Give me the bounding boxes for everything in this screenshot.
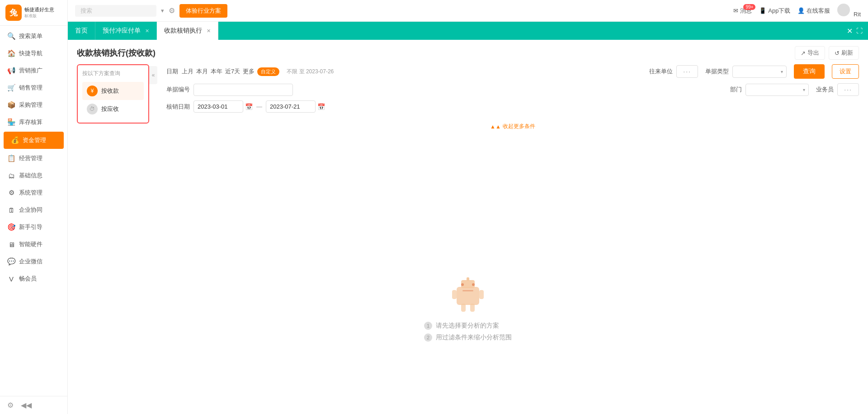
tab-receipt-close-icon[interactable]: ✕: [207, 28, 211, 34]
sidebar-item-智能硬件[interactable]: 🖥智能硬件: [0, 236, 67, 253]
service-icon: 👤: [797, 7, 805, 14]
svg-point-3: [461, 283, 464, 286]
empty-state: 1 请先选择要分析的方案 2 用过滤条件来缩小分析范围: [68, 226, 868, 414]
settings-icon[interactable]: ⚙: [7, 401, 14, 409]
staff-label: 业务员: [816, 86, 834, 94]
sidebar-item-销售管理[interactable]: 🛒销售管理: [0, 79, 67, 96]
tab-receipt-label: 收款核销执行: [164, 27, 202, 35]
sidebar-logo: 兔 畅捷通好生意 标准版: [0, 0, 67, 26]
sidebar-item-企业协同[interactable]: 🗓企业协同: [0, 201, 67, 219]
sidebar-item-经营管理[interactable]: 📋经营管理: [0, 150, 67, 167]
message-icon: ✉: [733, 7, 738, 14]
user-info[interactable]: Rit: [837, 4, 861, 18]
sidebar-item-资金管理[interactable]: 💰资金管理: [4, 132, 64, 149]
nav-icon-7: 📋: [7, 154, 15, 162]
export-icon: ↗: [801, 50, 806, 57]
tab-expand-icon[interactable]: ⛶: [856, 27, 863, 34]
tab-close-all-icon[interactable]: ✕: [847, 27, 853, 35]
sidebar-item-库存核算[interactable]: 🏪库存核算: [0, 114, 67, 131]
app-download-icon: 📱: [759, 7, 766, 14]
receivable-icon: ⏱: [87, 104, 98, 114]
sidebar-nav: 🔍搜索菜单🏠快捷导航📢营销推广🛒销售管理📦采购管理🏪库存核算💰资金管理📋经营管理…: [0, 26, 67, 396]
sidebar-item-搜索菜单[interactable]: 🔍搜索菜单: [0, 28, 67, 45]
svg-rect-5: [462, 290, 473, 291]
main-area: 搜索 ▾ ⚙ 体验行业方案 ✉ 消息 99+ 📱 App下载 👤 在线客服 Ri…: [68, 0, 868, 414]
calendar-end-icon[interactable]: 📅: [317, 103, 325, 110]
doc-type-select[interactable]: [732, 66, 787, 78]
verify-date-end-input[interactable]: [266, 100, 316, 113]
tab-receipt-verify[interactable]: 收款核销执行 ✕: [157, 22, 218, 40]
sidebar-item-营销推广[interactable]: 📢营销推广: [0, 62, 67, 79]
staff-input[interactable]: ···: [837, 83, 859, 96]
dept-label: 部门: [730, 86, 742, 94]
topbar-chevron-icon[interactable]: ▾: [161, 7, 164, 14]
sidebar-item-快捷导航[interactable]: 🏠快捷导航: [0, 45, 67, 62]
empty-tips: 1 请先选择要分析的方案 2 用过滤条件来缩小分析范围: [424, 322, 512, 342]
sidebar-item-企业微信[interactable]: 💬企业微信: [0, 253, 67, 270]
setting-button[interactable]: 设置: [832, 64, 859, 79]
tip-text-2: 用过滤条件来缩小分析范围: [436, 333, 512, 342]
filter-option-by-receipt[interactable]: ¥ 按收款: [82, 82, 144, 100]
doc-no-label: 单据编号: [166, 86, 190, 94]
app-download-button[interactable]: 📱 App下载: [759, 7, 790, 15]
nav-icon-2: 📢: [7, 67, 15, 75]
collapse-sidebar-icon[interactable]: ◀◀: [21, 401, 32, 409]
sidebar-item-系统管理[interactable]: ⚙系统管理: [0, 184, 67, 201]
svg-point-4: [472, 283, 475, 286]
export-button[interactable]: ↗ 导出: [795, 46, 825, 60]
doc-type-field: 单据类型 ▾: [705, 66, 787, 78]
nav-icon-3: 🛒: [7, 84, 15, 92]
query-button[interactable]: 查询: [794, 64, 825, 79]
nav-icon-4: 📦: [7, 101, 15, 109]
shortcut-this-year[interactable]: 本年: [211, 67, 222, 76]
app-download-label: App下载: [768, 7, 790, 15]
custom-date-tag[interactable]: 自定义: [257, 67, 279, 76]
counterpart-input[interactable]: ···: [676, 65, 698, 78]
receipt-option-label: 按收款: [101, 87, 119, 95]
sidebar-item-基础信息[interactable]: 🗂基础信息: [0, 167, 67, 184]
sidebar-item-畅会员[interactable]: V畅会员: [0, 270, 67, 287]
user-name: Rit: [854, 11, 861, 18]
doc-no-input[interactable]: [193, 84, 293, 96]
shortcut-last-month[interactable]: 上月: [182, 67, 193, 76]
svg-rect-8: [461, 304, 466, 312]
filter-option-by-receivable[interactable]: ⏱ 按应收: [82, 100, 144, 118]
tab-prepay[interactable]: 预付冲应付单 ✕: [95, 22, 157, 40]
filter-panel: 按以下方案查询 ¥ 按收款 ⏱ 按应收 «: [68, 64, 868, 226]
sidebar-item-采购管理[interactable]: 📦采购管理: [0, 96, 67, 114]
empty-illustration: [445, 271, 491, 316]
counterpart-field: 往来单位 ···: [649, 65, 698, 78]
refresh-button[interactable]: ↺ 刷新: [829, 46, 859, 60]
sidebar-item-新手引导[interactable]: 🎯新手引导: [0, 219, 67, 236]
shortcut-more[interactable]: 更多: [243, 67, 255, 76]
shortcut-7days[interactable]: 近7天: [225, 67, 240, 76]
topbar-gear-icon[interactable]: ⚙: [169, 6, 175, 15]
dept-select-wrap: ▾: [745, 84, 809, 96]
dept-select[interactable]: [745, 84, 809, 96]
filter-row-2: 单据编号 部门 ▾: [166, 83, 859, 96]
app-logo-icon: 兔: [5, 5, 22, 21]
calendar-start-icon[interactable]: 📅: [245, 103, 253, 110]
tip-num-1: 1: [424, 322, 432, 330]
verify-date-start-input[interactable]: [193, 100, 243, 113]
page-title: 收款核销执行(按收款): [77, 48, 156, 58]
nav-icon-1: 🏠: [7, 49, 15, 57]
app-name-block: 畅捷通好生意 标准版: [24, 6, 54, 19]
page-actions: ↗ 导出 ↺ 刷新: [795, 46, 859, 60]
online-service-button[interactable]: 👤 在线客服: [797, 7, 830, 15]
service-label: 在线客服: [807, 7, 830, 15]
filter-scheme-panel: 按以下方案查询 ¥ 按收款 ⏱ 按应收: [77, 64, 149, 124]
collapse-panel-button[interactable]: «: [149, 66, 157, 84]
tab-home[interactable]: 首页: [68, 22, 95, 40]
sidebar-bottom: ⚙ ◀◀: [0, 396, 67, 414]
nav-icon-10: 🗓: [7, 206, 15, 214]
refresh-icon: ↺: [835, 50, 840, 57]
tab-prepay-close-icon[interactable]: ✕: [145, 28, 149, 34]
industry-solution-button[interactable]: 体验行业方案: [179, 4, 227, 18]
shortcut-this-month[interactable]: 本月: [196, 67, 208, 76]
message-button[interactable]: ✉ 消息 99+: [733, 7, 752, 15]
nav-icon-8: 🗂: [7, 172, 15, 180]
collapse-more-button[interactable]: ▲▲ 收起更多条件: [166, 119, 859, 134]
svg-rect-7: [479, 290, 484, 299]
tip-num-2: 2: [424, 333, 432, 342]
